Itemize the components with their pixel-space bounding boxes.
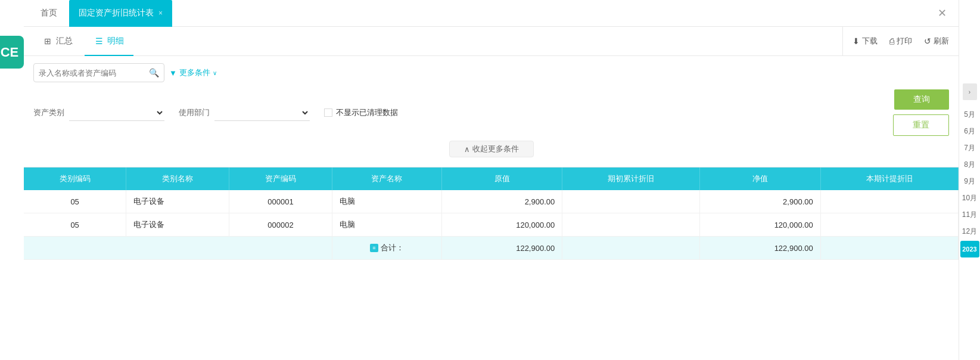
filter-actions: 查询 重置: [893, 89, 949, 136]
total-label-text: 合计：: [381, 243, 404, 253]
download-button[interactable]: ⬇ 下载: [853, 36, 878, 46]
print-label: 打印: [897, 36, 912, 46]
cell-asset-code: 000002: [229, 213, 332, 237]
toolbar: ⬇ 下载 ⎙ 打印 ↺ 刷新: [842, 27, 959, 55]
detail-icon: ☰: [94, 36, 104, 46]
total-original-value: 122,900.00: [442, 237, 562, 260]
refresh-icon: ↺: [924, 36, 931, 46]
col-header-category-name: 类别名称: [126, 167, 229, 190]
total-accumulated-dep: [562, 237, 700, 260]
refresh-label: 刷新: [934, 36, 949, 46]
search-input-wrap[interactable]: 🔍: [33, 63, 164, 82]
col-header-net-value: 净值: [700, 167, 820, 190]
month-list: 5月6月7月8月9月10月11月12月: [960, 106, 979, 240]
cell-current-dep: [820, 213, 958, 237]
month-item[interactable]: 11月: [960, 206, 979, 223]
print-button[interactable]: ⎙ 打印: [889, 36, 912, 46]
cell-net-value: 120,000.00: [700, 213, 820, 237]
cell-category-name: 电子设备: [126, 190, 229, 213]
query-button[interactable]: 查询: [894, 89, 949, 110]
cell-accumulated-dep: [562, 213, 700, 237]
more-conditions-button[interactable]: ▼ 更多条件 ∨: [169, 67, 217, 78]
table-total-row: ≡ 合计： 122,900.00 122,900.00: [24, 237, 959, 260]
filter-area: 🔍 ▼ 更多条件 ∨ 资产类别 使用部门: [24, 56, 959, 167]
asset-category-field: 资产类别: [33, 104, 164, 121]
col-header-original-value: 原值: [442, 167, 562, 190]
sub-tabs-container: ⊞ 汇总 ☰ 明细: [24, 27, 842, 55]
collapse-row: ∧ 收起更多条件: [33, 136, 949, 160]
asset-category-select[interactable]: [69, 104, 164, 121]
tab-detail-label: 明细: [107, 36, 124, 46]
month-item[interactable]: 10月: [960, 190, 979, 206]
col-header-category-code: 类别编码: [24, 167, 126, 190]
cell-original-value: 120,000.00: [442, 213, 562, 237]
print-icon: ⎙: [889, 36, 894, 46]
download-icon: ⬇: [853, 36, 860, 46]
collapse-chevron-icon: ∧: [464, 145, 470, 154]
tab-detail[interactable]: ☰ 明细: [85, 27, 133, 57]
window-close-button[interactable]: ✕: [933, 4, 951, 22]
collapse-label: 收起更多条件: [472, 144, 519, 154]
no-cleared-wrap: 不显示已清理数据: [324, 107, 398, 118]
nav-tab-label: 固定资产折旧统计表: [79, 8, 154, 18]
data-table: 类别编码 类别名称 资产编码 资产名称 原值 期初累计折旧 净值 本期计提折旧 …: [24, 167, 959, 260]
department-label: 使用部门: [179, 107, 210, 118]
current-year-badge[interactable]: 2023: [960, 241, 979, 257]
cell-asset-code: 000001: [229, 190, 332, 213]
tab-summary-label: 汇总: [56, 36, 73, 46]
department-field: 使用部门: [179, 104, 310, 121]
cell-accumulated-dep: [562, 190, 700, 213]
col-header-asset-code: 资产编码: [229, 167, 332, 190]
month-item[interactable]: 7月: [960, 139, 979, 156]
cell-category-name: 电子设备: [126, 213, 229, 237]
col-header-current-dep: 本期计提折旧: [820, 167, 958, 190]
collapse-button[interactable]: ∧ 收起更多条件: [449, 141, 534, 157]
summary-icon: ⊞: [43, 36, 52, 46]
table-row: 05 电子设备 000001 电脑 2,900.00 2,900.00: [24, 190, 959, 213]
cell-asset-name: 电脑: [332, 213, 441, 237]
table-row: 05 电子设备 000002 电脑 120,000.00 120,000.00: [24, 213, 959, 237]
filter-icon: ▼: [169, 69, 177, 77]
right-sidebar: › 5月6月7月8月9月10月11月12月 2023: [959, 0, 980, 360]
no-cleared-label: 不显示已清理数据: [336, 107, 398, 118]
col-header-accumulated-dep: 期初累计折旧: [562, 167, 700, 190]
reset-button[interactable]: 重置: [893, 114, 949, 136]
cell-asset-name: 电脑: [332, 190, 441, 213]
nav-tab-active[interactable]: 固定资产折旧统计表 ×: [69, 0, 172, 27]
col-header-asset-name: 资产名称: [332, 167, 441, 190]
month-item[interactable]: 9月: [960, 173, 979, 190]
search-input[interactable]: [39, 69, 149, 77]
data-table-wrap: 类别编码 类别名称 资产编码 资产名称 原值 期初累计折旧 净值 本期计提折旧 …: [24, 167, 959, 360]
tab-close-icon[interactable]: ×: [158, 9, 163, 17]
search-row: 🔍 ▼ 更多条件 ∨: [33, 63, 949, 82]
total-net-value: 122,900.00: [700, 237, 820, 260]
download-label: 下载: [862, 36, 878, 46]
department-select[interactable]: [214, 104, 310, 121]
asset-category-label: 资产类别: [33, 107, 64, 118]
cell-current-dep: [820, 190, 958, 213]
cell-original-value: 2,900.00: [442, 190, 562, 213]
nav-home[interactable]: 首页: [31, 0, 67, 27]
refresh-button[interactable]: ↺ 刷新: [924, 36, 949, 46]
no-cleared-checkbox[interactable]: [324, 108, 332, 117]
month-item[interactable]: 8月: [960, 156, 979, 173]
cell-net-value: 2,900.00: [700, 190, 820, 213]
logo-badge: CE: [0, 36, 24, 69]
sidebar-collapse-arrow[interactable]: ›: [963, 83, 977, 100]
search-icon[interactable]: 🔍: [149, 68, 159, 77]
more-conditions-label: 更多条件: [179, 67, 210, 78]
cell-category-code: 05: [24, 190, 126, 213]
expand-arrow-icon: ∨: [213, 70, 217, 76]
total-empty: [24, 237, 332, 260]
total-icon: ≡: [370, 244, 378, 252]
top-nav: 首页 固定资产折旧统计表 × ✕: [24, 0, 959, 27]
total-label-cell: ≡ 合计：: [332, 237, 441, 260]
cell-category-code: 05: [24, 213, 126, 237]
table-header-row: 类别编码 类别名称 资产编码 资产名称 原值 期初累计折旧 净值 本期计提折旧: [24, 167, 959, 190]
filter-expanded: 资产类别 使用部门 不显示已清理数据 查询 重置: [33, 89, 949, 136]
month-item[interactable]: 6月: [960, 123, 979, 139]
tab-summary[interactable]: ⊞ 汇总: [33, 27, 82, 57]
total-current-dep: [820, 237, 958, 260]
month-item[interactable]: 5月: [960, 106, 979, 123]
month-item[interactable]: 12月: [960, 223, 979, 240]
